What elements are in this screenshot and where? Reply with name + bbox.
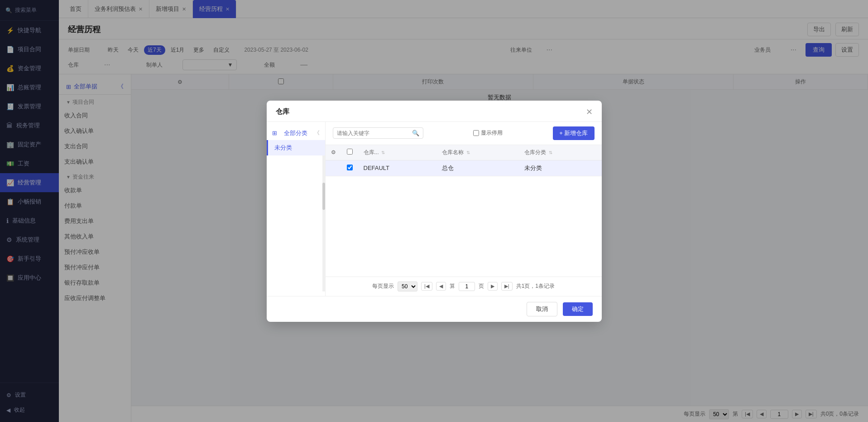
cat-collapse-icon[interactable]: 《 (314, 129, 320, 137)
modal-col-code: 仓库... ⇅ (358, 145, 437, 160)
modal-toolbar: 🔍 显示停用 + 新增仓库 (326, 122, 602, 145)
table-row[interactable]: DEFAULT 总仓 未分类 (326, 160, 602, 176)
row-select[interactable] (347, 165, 353, 170)
modal-next-btn[interactable]: ▶ (488, 282, 498, 291)
modal-actions: 取消 确定 (267, 296, 602, 322)
modal-per-page-label: 每页显示 (372, 282, 394, 290)
row-settings (326, 160, 341, 176)
row-checkbox (341, 160, 358, 176)
modal-main-content: 🔍 显示停用 + 新增仓库 ⚙ (326, 122, 602, 296)
modal-pagination: 每页显示 50 |◀ ◀ 算 页 ▶ ▶| 共1页，1条记录 (326, 276, 602, 296)
name-sort-icon[interactable]: ⇅ (466, 150, 470, 155)
modal-body: ⊞ 全部分类 《 未分类 🔍 (267, 122, 602, 296)
category-sort-icon[interactable]: ⇅ (549, 150, 552, 155)
modal-prev-btn[interactable]: ◀ (436, 282, 446, 291)
modal-close-button[interactable]: ✕ (586, 107, 593, 117)
show-disabled-checkbox[interactable]: 显示停用 (473, 129, 503, 137)
category-sidebar: ⊞ 全部分类 《 未分类 (267, 122, 326, 296)
show-disabled-label: 显示停用 (481, 129, 503, 137)
modal-select-all[interactable] (347, 149, 353, 155)
modal-col-checkbox (341, 145, 358, 160)
modal-col-category: 仓库分类 ⇅ (519, 145, 601, 160)
code-sort-icon[interactable]: ⇅ (381, 150, 385, 155)
modal-col-name: 仓库名称 ⇅ (436, 145, 519, 160)
modal-title: 仓库 (276, 107, 289, 116)
confirm-button[interactable]: 确定 (563, 302, 593, 316)
modal-page-label: 算 (450, 282, 455, 290)
modal-table: ⚙ 仓库... ⇅ 仓库名称 ⇅ (326, 145, 602, 276)
modal-header: 仓库 ✕ (267, 101, 602, 122)
cat-scroll-track (322, 155, 325, 291)
cat-all-label[interactable]: ⊞ 全部分类 《 (267, 126, 325, 140)
modal-page-suffix: 页 (479, 282, 484, 290)
modal-overlay[interactable]: 仓库 ✕ ⊞ 全部分类 《 未分类 (0, 0, 868, 422)
cancel-button[interactable]: 取消 (527, 302, 557, 316)
modal-first-btn[interactable]: |◀ (421, 282, 432, 291)
cat-uncategorized[interactable]: 未分类 (267, 140, 325, 155)
modal-col-settings[interactable]: ⚙ (326, 145, 341, 160)
add-warehouse-button[interactable]: + 新增仓库 (553, 126, 594, 140)
grid-cat-icon: ⊞ (272, 130, 277, 136)
disabled-checkbox[interactable] (473, 130, 479, 136)
row-code: DEFAULT (358, 160, 437, 176)
modal-last-btn[interactable]: ▶| (501, 282, 513, 291)
modal-per-page-select[interactable]: 50 (398, 281, 417, 291)
modal-page-input[interactable] (459, 282, 475, 291)
warehouse-modal: 仓库 ✕ ⊞ 全部分类 《 未分类 (267, 101, 602, 322)
row-name: 总仓 (436, 160, 519, 176)
warehouse-search-input[interactable] (337, 130, 409, 136)
search-box: 🔍 (333, 127, 423, 139)
row-category: 未分类 (519, 160, 601, 176)
cat-scroll-thumb[interactable] (322, 183, 325, 210)
modal-total-text: 共1页，1条记录 (516, 282, 555, 290)
search-icon: 🔍 (412, 130, 419, 136)
cat-all-text: 全部分类 (284, 129, 307, 137)
